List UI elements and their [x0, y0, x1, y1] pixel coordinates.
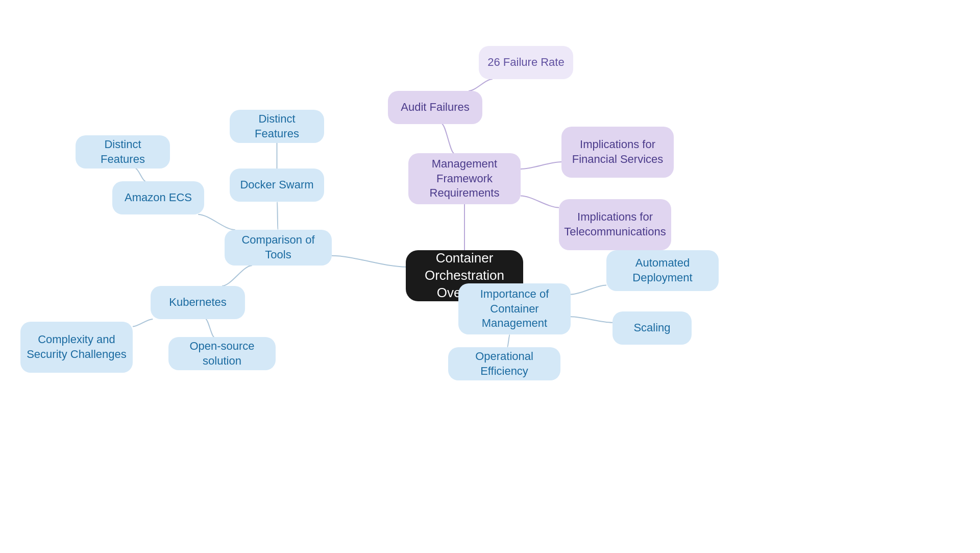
- node-docker_swarm: Docker Swarm: [230, 169, 324, 202]
- node-importance_container: Importance of Container Management: [458, 283, 571, 334]
- node-implications_telecom: Implications for Telecommunications: [559, 199, 671, 250]
- node-automated_deployment: Automated Deployment: [606, 250, 719, 291]
- node-comparison_of_tools: Comparison of Tools: [225, 230, 332, 266]
- node-management_framework: Management Framework Requirements: [408, 153, 521, 204]
- node-distinct_features_2: Distinct Features: [230, 110, 324, 143]
- node-complexity: Complexity and Security Challenges: [20, 322, 133, 373]
- node-failure_rate: 26 Failure Rate: [479, 46, 573, 79]
- node-kubernetes: Kubernetes: [151, 286, 245, 319]
- node-scaling: Scaling: [612, 311, 692, 345]
- node-implications_financial: Implications for Financial Services: [561, 127, 674, 178]
- node-open_source: Open-source solution: [168, 337, 276, 370]
- node-audit_failures: Audit Failures: [388, 91, 482, 124]
- node-distinct_features_1: Distinct Features: [76, 135, 170, 169]
- node-amazon_ecs: Amazon ECS: [112, 181, 204, 214]
- node-operational_efficiency: Operational Efficiency: [448, 347, 560, 380]
